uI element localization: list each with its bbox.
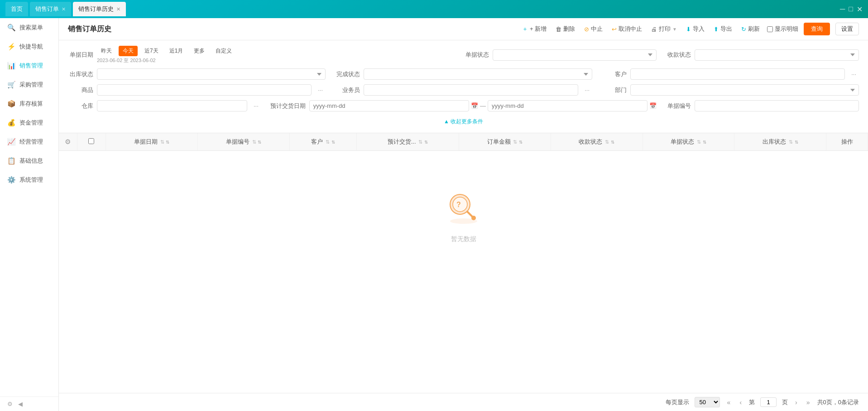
tab-sales-order[interactable]: 销售订单 ✕ <box>30 2 71 16</box>
export-icon: ⬆ <box>714 26 719 33</box>
delete-btn[interactable]: 🗑 删除 <box>554 24 577 34</box>
date-tag-yesterday[interactable]: 昨天 <box>97 46 116 56</box>
sidebar-collapse-icon[interactable]: ◀ <box>18 401 23 407</box>
col-delivery-date[interactable]: 预计交货... ⇅ <box>356 133 459 151</box>
display-toggle-checkbox[interactable] <box>767 26 773 32</box>
tab-sales-order-history-close[interactable]: ✕ <box>116 6 120 12</box>
date-tag-1month[interactable]: 近1月 <box>165 46 187 56</box>
column-settings-icon[interactable]: ⚙ <box>65 138 71 145</box>
import-btn[interactable]: ⬇ 导入 <box>684 24 706 34</box>
new-btn[interactable]: ＋ + 新增 <box>520 24 548 34</box>
filter-warehouse: 仓库 ··· <box>68 100 261 111</box>
page-size-select[interactable]: 10 20 50 100 <box>695 397 720 407</box>
sidebar-item-search-menu-label: 搜索菜单 <box>19 24 43 32</box>
sidebar-item-quick-nav[interactable]: ⚡ 快捷导航 <box>0 37 58 56</box>
date-tag-today[interactable]: 今天 <box>119 46 138 56</box>
dept-select[interactable] <box>630 84 859 96</box>
col-amount[interactable]: 订单金额 ⇅ <box>459 133 551 151</box>
tab-home[interactable]: 首页 <box>5 2 28 16</box>
filter-order-no: 单据编号 <box>666 100 859 111</box>
customer-label: 客户 <box>601 70 627 78</box>
col-receipt-status[interactable]: 收款状态 ⇅ <box>551 133 643 151</box>
import-icon: ⬇ <box>686 26 691 33</box>
window-close-icon[interactable]: ✕ <box>857 5 863 14</box>
customer-picker-icon[interactable]: ··· <box>849 70 859 78</box>
sidebar-item-purchase-mgmt[interactable]: 🛒 采购管理 <box>0 75 58 94</box>
prev-page-btn[interactable]: ‹ <box>738 398 743 407</box>
calendar-from-icon[interactable]: 📅 <box>471 102 478 109</box>
sidebar-item-purchase-mgmt-label: 采购管理 <box>19 81 43 89</box>
collapse-row[interactable]: ▲ 收起更多条件 <box>68 116 859 127</box>
filter-delivery-date: 预计交货日期 📅 — 📅 <box>270 100 657 111</box>
order-status-select[interactable] <box>493 49 657 61</box>
outbound-status-select[interactable] <box>97 68 326 80</box>
export-btn[interactable]: ⬆ 导出 <box>712 24 734 34</box>
sidebar-settings-icon[interactable]: ⚙ <box>7 401 13 407</box>
stop-btn[interactable]: ⊘ 中止 <box>582 24 604 34</box>
col-order-no[interactable]: 单据编号 ⇅ <box>198 133 290 151</box>
sidebar-item-operation[interactable]: 📈 经营管理 <box>0 132 58 151</box>
page-number-input[interactable] <box>760 397 777 407</box>
sidebar-item-inventory-label: 库存核算 <box>19 100 43 108</box>
col-customer[interactable]: 客户 ⇅ <box>290 133 357 151</box>
sidebar-item-basic-info[interactable]: 📋 基础信息 <box>0 151 58 170</box>
order-no-input[interactable] <box>695 100 859 111</box>
filter-customer: 客户 ··· <box>601 68 859 80</box>
delivery-date-to[interactable] <box>488 100 647 111</box>
next-page-btn[interactable]: › <box>793 398 799 407</box>
sidebar-item-sys-mgmt[interactable]: ⚙️ 系统管理 <box>0 170 58 189</box>
filter-date: 单据日期 昨天 今天 近7天 近1月 更多 自定义 2023-06-02 至 2… <box>68 46 455 64</box>
last-page-btn[interactable]: » <box>805 398 812 407</box>
date-filter-label: 单据日期 <box>68 51 93 59</box>
receipt-status-select[interactable] <box>695 49 859 61</box>
window-controls: ─ □ ✕ <box>840 5 863 14</box>
filter-product: 商品 ··· <box>68 84 326 96</box>
print-btn[interactable]: 🖨 打印 ▼ <box>649 24 679 34</box>
product-label: 商品 <box>68 86 93 94</box>
print-dropdown-icon[interactable]: ▼ <box>672 27 677 32</box>
refresh-btn[interactable]: ↻ 刷新 <box>739 24 762 34</box>
date-tag-row: 昨天 今天 近7天 近1月 更多 自定义 <box>97 46 236 56</box>
salesperson-picker-icon[interactable]: ··· <box>582 86 592 94</box>
sidebar-item-sales-mgmt[interactable]: 📊 销售管理 <box>0 56 58 75</box>
filter-completion-status: 完成状态 <box>335 68 592 80</box>
warehouse-input[interactable] <box>97 100 247 111</box>
first-page-btn[interactable]: « <box>725 398 733 407</box>
total-info: 共0页，0条记录 <box>817 398 859 406</box>
salesperson-input[interactable] <box>364 84 578 96</box>
completion-status-select[interactable] <box>364 68 592 80</box>
query-button[interactable]: 查询 <box>804 23 830 35</box>
select-all-checkbox[interactable] <box>88 138 94 144</box>
collapse-label: ▲ 收起更多条件 <box>444 118 483 125</box>
delivery-date-from[interactable] <box>309 100 469 111</box>
inventory-icon: 📦 <box>7 100 16 108</box>
cancel-stop-btn[interactable]: ↩ 取消中止 <box>610 24 644 34</box>
date-tag-more[interactable]: 更多 <box>190 46 209 56</box>
tab-sales-order-history[interactable]: 销售订单历史 ✕ <box>73 2 126 16</box>
window-minimize-icon[interactable]: ─ <box>840 5 845 14</box>
empty-text: 暂无数据 <box>451 235 476 243</box>
sidebar-item-inventory[interactable]: 📦 库存核算 <box>0 94 58 113</box>
date-filter-wrap: 昨天 今天 近7天 近1月 更多 自定义 2023-06-02 至 2023-0… <box>97 46 236 64</box>
operation-icon: 📈 <box>7 138 16 146</box>
col-order-status[interactable]: 单据状态 ⇅ <box>643 133 734 151</box>
col-outbound-status[interactable]: 出库状态 ⇅ <box>734 133 826 151</box>
filter-row-3: 商品 ··· 业务员 ··· 部门 <box>68 84 859 96</box>
sidebar-item-finance[interactable]: 💰 资金管理 <box>0 113 58 132</box>
col-operation: 操作 <box>826 133 868 151</box>
product-input[interactable] <box>97 84 312 96</box>
sidebar-item-quick-nav-label: 快捷导航 <box>19 43 43 51</box>
customer-input[interactable] <box>630 68 845 80</box>
date-tag-custom[interactable]: 自定义 <box>211 46 236 56</box>
sidebar-item-search-menu[interactable]: 🔍 搜索菜单 <box>0 18 58 37</box>
purchase-mgmt-icon: 🛒 <box>7 81 16 89</box>
warehouse-picker-icon[interactable]: ··· <box>251 102 261 110</box>
table-footer: 每页显示 10 20 50 100 « ‹ 第 页 › » 共0页，0条记录 <box>59 393 868 411</box>
tab-sales-order-close[interactable]: ✕ <box>62 6 66 12</box>
setting-button[interactable]: 设置 <box>835 23 859 35</box>
calendar-to-icon[interactable]: 📅 <box>649 102 657 109</box>
date-tag-7days[interactable]: 近7天 <box>140 46 163 56</box>
window-maximize-icon[interactable]: □ <box>849 5 853 14</box>
col-date[interactable]: 单据日期 ⇅ <box>106 133 198 151</box>
product-picker-icon[interactable]: ··· <box>315 86 326 94</box>
